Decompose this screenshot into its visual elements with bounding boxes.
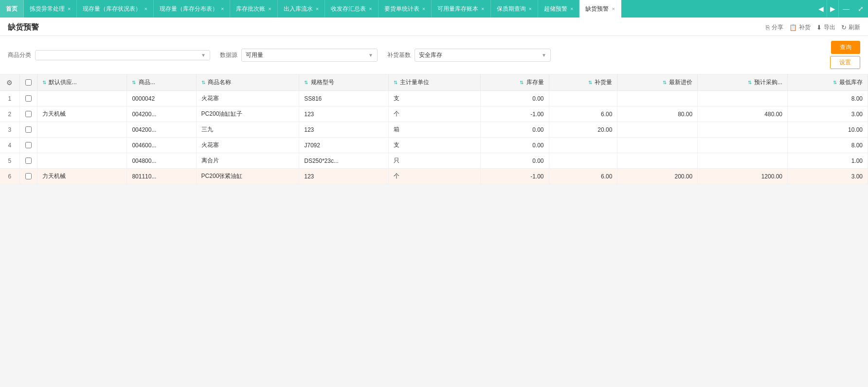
col-replenish-header[interactable]: ⇅ 补货量	[549, 74, 617, 91]
refresh-icon: ↻	[841, 24, 847, 31]
est-purchase-header-label: 预计采购...	[754, 79, 782, 86]
row-latest-price	[617, 138, 698, 153]
tab-inout-flow[interactable]: 出入库流水 ×	[278, 0, 325, 18]
table-row: 1 0000042 火花塞 SS816 支 0.00 8.00	[0, 91, 868, 106]
category-chevron-icon: ▼	[201, 53, 206, 58]
tab-batch-account-close[interactable]: ×	[268, 6, 271, 12]
col-spec-header[interactable]: ⇅ 规格型号	[299, 74, 389, 91]
col-latest-price-header[interactable]: ⇅ 最新进价	[617, 74, 698, 91]
tab-available-ledger-close[interactable]: ×	[481, 6, 484, 12]
row-index: 4	[0, 138, 19, 153]
row-checkbox[interactable]	[25, 95, 32, 102]
col-product-name-header[interactable]: ⇅ 商品名称	[196, 74, 299, 91]
row-latest-price	[617, 153, 698, 169]
data-table: ⚙ ⇅ 默认供应... ⇅ 商品...	[0, 74, 868, 184]
row-supplier: 力天机械	[37, 169, 127, 184]
row-checkbox[interactable]	[25, 173, 32, 179]
row-replenish	[549, 91, 617, 106]
tab-order-stats-label: 要货单统计表	[384, 5, 419, 13]
tab-home[interactable]: 首页	[0, 0, 24, 18]
datasource-select[interactable]: 可用量 ▼	[241, 49, 378, 62]
tab-shortage-close[interactable]: ×	[612, 6, 615, 12]
row-checkbox[interactable]	[25, 158, 32, 164]
row-product-name: PC200油缸缸子	[196, 106, 299, 122]
row-product-code: 0000042	[127, 91, 196, 106]
row-spec: 123	[299, 169, 389, 184]
tab-batch-account[interactable]: 库存批次账 ×	[230, 0, 277, 18]
row-product-name: 离合片	[196, 153, 299, 169]
tab-available-ledger-label: 可用量库存账本	[437, 5, 478, 13]
col-stock-header[interactable]: ⇅ 库存量	[480, 74, 549, 91]
row-product-name: 三九	[196, 122, 299, 138]
col-supplier-header[interactable]: ⇅ 默认供应...	[37, 74, 127, 91]
tab-receipt-summary-close[interactable]: ×	[369, 6, 372, 12]
refresh-button[interactable]: ↻ 刷新	[841, 23, 860, 32]
share-label: 分享	[772, 23, 783, 32]
tab-overstock[interactable]: 超储预警 ×	[538, 0, 579, 18]
category-filter-group: 商品分类 ▼	[8, 50, 210, 60]
settings-button[interactable]: 设置	[830, 56, 860, 69]
query-button[interactable]: 查询	[831, 41, 860, 54]
tab-order-stats-close[interactable]: ×	[422, 6, 425, 12]
tab-abnormal[interactable]: 拣货异常处理 ×	[24, 0, 77, 18]
row-supplier: 力天机械	[37, 106, 127, 122]
export-button[interactable]: ⬇ 导出	[816, 23, 835, 32]
tab-shortage[interactable]: 缺货预警 ×	[579, 0, 621, 18]
row-replenish	[549, 138, 617, 153]
row-stock: 0.00	[480, 91, 549, 106]
tab-order-stats[interactable]: 要货单统计表 ×	[379, 0, 432, 18]
supplier-header-label: 默认供应...	[49, 79, 77, 86]
row-checkbox[interactable]	[25, 142, 32, 148]
col-product-code-header[interactable]: ⇅ 商品...	[127, 74, 196, 91]
tab-prev-btn[interactable]: ◀	[815, 0, 827, 18]
row-index: 6	[0, 169, 19, 184]
row-latest-price	[617, 91, 698, 106]
replenish-base-select[interactable]: 安全库存 ▼	[415, 49, 551, 62]
export-label: 导出	[824, 23, 835, 32]
filter-bar: 商品分类 ▼ 数据源 可用量 ▼ 补货基数 安全库存 ▼ 查询 设置	[0, 36, 868, 74]
category-select[interactable]: ▼	[35, 50, 210, 60]
table-row: 5 004800... 离合片 DS250*23c... 只 0.00 1.00	[0, 153, 868, 169]
row-spec: DS250*23c...	[299, 153, 389, 169]
col-min-stock-header[interactable]: ⇅ 最低库存	[788, 74, 868, 91]
latest-price-sort-icon: ⇅	[663, 80, 667, 85]
tab-receipt-summary[interactable]: 收发存汇总表 ×	[325, 0, 378, 18]
tab-stock-dist-close[interactable]: ×	[221, 6, 224, 12]
tab-bar: 首页 拣货异常处理 × 现存量（库存状况表） × 现存量（库存分布表） × 库存…	[0, 0, 868, 18]
row-min-stock: 3.00	[788, 169, 868, 184]
replenish-base-value: 安全库存	[419, 51, 442, 59]
select-all-checkbox[interactable]	[25, 79, 32, 86]
tab-expiry-query-close[interactable]: ×	[529, 6, 532, 12]
tab-home-label: 首页	[6, 5, 18, 13]
tab-stock-status-close[interactable]: ×	[144, 6, 147, 12]
min-stock-header-label: 最低库存	[839, 79, 863, 86]
tab-inout-flow-close[interactable]: ×	[316, 6, 319, 12]
tab-available-ledger[interactable]: 可用量库存账本 ×	[432, 0, 490, 18]
col-unit-header[interactable]: ⇅ 主计量单位	[388, 74, 480, 91]
row-checkbox[interactable]	[25, 126, 32, 133]
gear-icon[interactable]: ⚙	[5, 79, 15, 87]
table-row: 4 004600... 火花塞 J7092 支 0.00 8.00	[0, 138, 868, 153]
table-body: 1 0000042 火花塞 SS816 支 0.00 8.00 2 力天机械 0…	[0, 91, 868, 184]
tab-expiry-query[interactable]: 保质期查询 ×	[491, 0, 538, 18]
tab-maximize-btn[interactable]: ⤢	[853, 0, 868, 18]
tab-overstock-close[interactable]: ×	[570, 6, 573, 12]
tab-next-btn[interactable]: ▶	[827, 0, 839, 18]
row-replenish: 6.00	[549, 106, 617, 122]
table-row: 6 力天机械 801110... PC200张紧油缸 123 个 -1.00 6…	[0, 169, 868, 184]
tab-expiry-query-label: 保质期查询	[497, 5, 526, 13]
replenish-button[interactable]: 📋 补货	[789, 23, 811, 32]
row-product-name: PC200张紧油缸	[196, 169, 299, 184]
row-latest-price: 80.00	[617, 106, 698, 122]
tab-minimize-btn[interactable]: —	[839, 0, 853, 18]
tab-abnormal-close[interactable]: ×	[68, 6, 71, 12]
share-button[interactable]: ⎘ 分享	[766, 23, 783, 32]
tab-inout-flow-label: 出入库流水	[284, 5, 313, 13]
row-stock: 0.00	[480, 138, 549, 153]
col-est-purchase-header[interactable]: ⇅ 预计采购...	[698, 74, 788, 91]
tab-stock-status[interactable]: 现存量（库存状况表） ×	[77, 0, 153, 18]
tab-stock-dist[interactable]: 现存量（库存分布表） ×	[154, 0, 230, 18]
row-product-code: 801110...	[127, 169, 196, 184]
row-replenish	[549, 153, 617, 169]
row-checkbox[interactable]	[25, 111, 32, 117]
